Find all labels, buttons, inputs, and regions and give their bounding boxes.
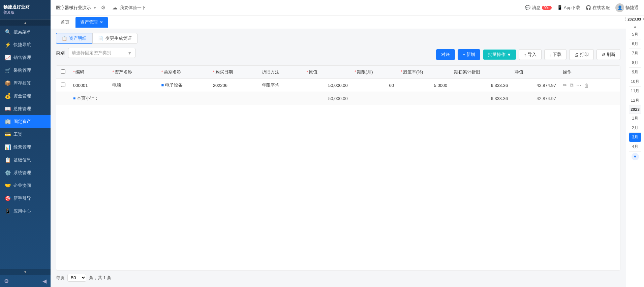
sidebar-icon-enterprise: 🤝 <box>5 183 11 189</box>
collapse-icon[interactable]: ◀ <box>42 278 47 284</box>
new-btn[interactable]: + 新增 <box>458 49 480 60</box>
cal-close-icon[interactable]: ✕ <box>642 17 644 22</box>
cal-month-before-11月[interactable]: 11月 <box>629 87 641 96</box>
cal-month-before-8月[interactable]: 8月 <box>629 58 641 68</box>
cal-circle-down[interactable]: ▼ <box>632 153 639 160</box>
sidebar-bottom: ⚙ ◀ <box>0 275 51 287</box>
sidebar-item-sales[interactable]: 📈销售管理 <box>0 51 51 64</box>
cal-expand-icon[interactable]: ⟨ <box>624 17 626 22</box>
sidebar: 畅捷通好业财 普及版 ▲ 🔍搜索菜单⚡快捷导航📈销售管理🛒采购管理📦库存核算💰资… <box>0 0 51 287</box>
app-logo: 畅捷通好业财 普及版 <box>0 0 51 20</box>
pagination: 每页 50 100 200 条，共 1 条 <box>56 270 620 283</box>
company-selector[interactable]: 医疗器械行业演示 ▼ <box>56 5 97 11</box>
sidebar-label-purchase: 采购管理 <box>13 67 31 73</box>
row-residual-rate: 5.0000 <box>397 79 451 92</box>
right-sidebar-calendar: ⟨ 2023.03 ✕ ▲ 5月6月7月8月9月10月11月12月20231月2… <box>626 15 644 287</box>
header-depreciation-method: 折旧方法 <box>258 66 303 79</box>
download-btn[interactable]: ↓ 下载 <box>544 49 567 60</box>
sidebar-icon-app-center: 📱 <box>5 208 11 214</box>
table-row: 000001 电脑 ■ 电子设备 202206 年限平均 50,000.00 6… <box>56 79 620 92</box>
tab-close-icon[interactable]: ✕ <box>100 20 103 25</box>
sidebar-label-guide: 新手引导 <box>13 195 31 201</box>
tab-asset-management[interactable]: 资产管理 ✕ <box>75 17 108 28</box>
subtotal-net-value: 42,874.97 <box>511 92 559 105</box>
online-service-label: 在线客服 <box>592 5 610 11</box>
batch-ops-btn[interactable]: 批量操作 ▼ <box>483 49 516 60</box>
sidebar-icon-inventory: 📦 <box>5 80 11 86</box>
user-btn[interactable]: 👤 畅捷通 <box>615 3 639 12</box>
tab-home[interactable]: 首页 <box>56 17 74 28</box>
app-download-btn[interactable]: 📱 App下载 <box>557 5 580 11</box>
print-btn[interactable]: 🖨 打印 <box>569 49 594 60</box>
row-checkbox-0[interactable] <box>61 83 65 87</box>
cal-month-after-2月[interactable]: 2月 <box>629 123 641 133</box>
download-label: 下载 <box>553 52 561 58</box>
header-operations: 操作 <box>559 66 620 79</box>
messages-badge: 99+ <box>542 6 552 10</box>
cal-month-before-12月[interactable]: 12月 <box>629 96 641 105</box>
messages-btn[interactable]: 💬 消息 99+ <box>525 5 552 11</box>
header-residual-rate: *残值率(%) <box>397 66 451 79</box>
cal-month-before-7月[interactable]: 7月 <box>629 49 641 58</box>
more-icon[interactable]: ⋯ <box>576 82 581 88</box>
sub-tab-change-voucher[interactable]: 📄 变更生成凭证 <box>92 33 137 44</box>
new-label: + 新增 <box>463 52 475 58</box>
print-label: 打印 <box>580 52 589 58</box>
reconcile-label: 对账 <box>441 52 450 58</box>
content-area: 首页 资产管理 ✕ 📋 资产明细 📄 变更生成凭证 <box>51 15 644 287</box>
sidebar-item-search[interactable]: 🔍搜索菜单 <box>0 26 51 38</box>
cal-month-before-5月[interactable]: 5月 <box>629 30 641 39</box>
sidebar-item-operations[interactable]: 📊经营管理 <box>0 141 51 154</box>
sidebar-label-basic-info: 基础信息 <box>13 157 31 163</box>
cal-year-label: 2023 <box>629 105 641 114</box>
sub-tab-asset-detail[interactable]: 📋 资产明细 <box>56 33 92 44</box>
settings-icon[interactable]: ⚙ <box>4 278 9 284</box>
settings-gear-icon[interactable]: ⚙ <box>101 4 105 11</box>
change-voucher-icon: 📄 <box>98 36 103 41</box>
sidebar-item-enterprise[interactable]: 🤝企业协同 <box>0 179 51 192</box>
reconcile-btn[interactable]: 对账 <box>436 49 455 60</box>
username: 畅捷通 <box>625 5 639 11</box>
cal-month-after-1月[interactable]: 1月 <box>629 114 641 123</box>
category-filter-select[interactable]: 请选择固定资产类别 ▼ <box>68 48 135 58</box>
delete-icon[interactable]: 🗑 <box>584 83 589 88</box>
sub-tab-change-voucher-label: 变更生成凭证 <box>105 35 132 41</box>
category-filter-placeholder: 请选择固定资产类别 <box>72 50 111 56</box>
sidebar-item-ledger[interactable]: 📖总账管理 <box>0 102 51 115</box>
sidebar-icon-sales: 📈 <box>5 55 11 61</box>
online-service-btn[interactable]: 🎧 在线客服 <box>586 5 610 11</box>
sidebar-scroll-down[interactable]: ▼ <box>0 269 51 275</box>
sidebar-item-salary[interactable]: 💳工资 <box>0 128 51 141</box>
sidebar-item-quick-nav[interactable]: ⚡快捷导航 <box>0 38 51 51</box>
subtotal-accumulated-depreciation: 6,333.36 <box>451 92 511 105</box>
import-label: 导入 <box>528 52 536 58</box>
cal-month-before-9月[interactable]: 9月 <box>629 68 641 77</box>
experience-btn[interactable]: ☁ 我要体验一下 <box>112 4 146 11</box>
cal-scroll-up[interactable]: ▲ <box>633 23 637 30</box>
sidebar-item-inventory[interactable]: 📦库存核算 <box>0 77 51 90</box>
import-btn[interactable]: ↑ 导入 <box>519 49 542 60</box>
copy-icon[interactable]: ⧉ <box>570 82 574 88</box>
app-edition: 普及版 <box>3 10 47 15</box>
sidebar-item-system[interactable]: ⚙️系统管理 <box>0 166 51 179</box>
row-ops: ✏ ⧉ ⋯ 🗑 <box>559 79 620 92</box>
sidebar-item-guide[interactable]: 🎯新手引导 <box>0 192 51 205</box>
sidebar-item-app-center[interactable]: 📱应用中心 <box>0 205 51 218</box>
select-all-checkbox[interactable] <box>61 69 65 74</box>
sidebar-scroll-up[interactable]: ▲ <box>0 20 51 26</box>
page-content: 首页 资产管理 ✕ 📋 资产明细 📄 变更生成凭证 <box>51 15 626 287</box>
cal-month-after-3月[interactable]: 3月 <box>629 133 641 142</box>
sidebar-item-basic-info[interactable]: 📋基础信息 <box>0 154 51 166</box>
sidebar-item-fixed-assets[interactable]: 🏢固定资产 <box>0 115 51 128</box>
sidebar-icon-ledger: 📖 <box>5 106 11 112</box>
cal-month-after-4月[interactable]: 4月 <box>629 142 641 152</box>
sidebar-icon-guide: 🎯 <box>5 195 11 201</box>
sidebar-item-fund[interactable]: 💰资金管理 <box>0 90 51 102</box>
refresh-btn[interactable]: ↺ 刷新 <box>596 49 620 60</box>
cal-month-before-10月[interactable]: 10月 <box>629 77 641 87</box>
sidebar-item-purchase[interactable]: 🛒采购管理 <box>0 64 51 77</box>
edit-icon[interactable]: ✏ <box>563 82 567 88</box>
sidebar-icon-search: 🔍 <box>5 29 11 35</box>
cal-month-before-6月[interactable]: 6月 <box>629 39 641 49</box>
per-page-select[interactable]: 50 100 200 <box>67 274 86 282</box>
